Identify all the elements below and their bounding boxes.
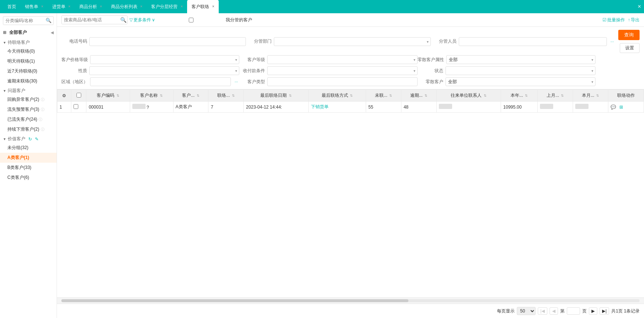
sidebar-item-churned[interactable]: 已流失客户(24) ⓘ: [0, 114, 57, 124]
batch-op-btn[interactable]: ☑ 批量操作: [602, 17, 625, 23]
payment-select[interactable]: [267, 66, 417, 75]
nav-customer-contact[interactable]: 客户联络 ×: [187, 0, 219, 13]
action-chat-icon[interactable]: 💬: [611, 105, 616, 110]
sort-contact-icon[interactable]: ⇅: [232, 94, 235, 98]
cell-not-contact: 55: [366, 102, 401, 113]
main-layout: 🔍 ⊞ 全部客户 ◀ ▼ 待联络客户 今天待联络(0) 明天待联络(1) 近7天…: [0, 13, 644, 318]
customer-level-select[interactable]: [267, 55, 417, 64]
refresh-icon[interactable]: ↻: [28, 137, 32, 142]
col-gear[interactable]: ⚙: [57, 90, 71, 102]
group-pending-contact[interactable]: ▼ 待联络客户: [0, 38, 57, 46]
close-sales-icon[interactable]: ×: [41, 0, 43, 13]
retail-select[interactable]: 全部: [446, 77, 595, 86]
col-last-method: 最后联络方式 ⇅: [308, 90, 366, 102]
sort-last-month-icon[interactable]: ⇅: [561, 94, 564, 98]
action-qr-icon[interactable]: ⊞: [619, 105, 623, 110]
sidebar-item-today[interactable]: 今天待联络(0): [0, 46, 57, 56]
customer-type-input[interactable]: [267, 77, 417, 86]
price-level-select[interactable]: [90, 55, 239, 64]
sidebar-item-class-a[interactable]: A类客户(1): [0, 153, 57, 163]
region-input[interactable]: [90, 77, 231, 86]
sidebar-search-icon[interactable]: 🔍: [46, 18, 51, 23]
sidebar-all-customers[interactable]: ⊞ 全部客户 ◀: [0, 27, 57, 38]
toolbar-search-icon[interactable]: 🔍: [120, 17, 126, 23]
search-input[interactable]: [61, 15, 128, 24]
sort-contact2-icon[interactable]: ⇅: [484, 94, 487, 98]
row-checkbox[interactable]: [74, 104, 78, 109]
query-button[interactable]: 查询: [618, 30, 640, 40]
prev-page-btn[interactable]: ◀: [550, 307, 558, 315]
sidebar-item-class-b[interactable]: B类客户(33): [0, 163, 57, 173]
next-page-btn[interactable]: ▶: [589, 307, 597, 315]
retail-attr-select[interactable]: 全部: [446, 55, 595, 64]
sort-overdue-icon[interactable]: ⇅: [425, 94, 427, 98]
sidebar-item-declining[interactable]: 持续下滑客户(2) ⓘ: [0, 124, 57, 134]
manager-more-btn[interactable]: ···: [609, 39, 615, 44]
my-customer-filter[interactable]: 我分管的客户: [158, 17, 252, 23]
col-checkbox: [71, 90, 86, 102]
sort-code-icon[interactable]: ⇅: [117, 94, 119, 98]
customer-type-label: 客户类型: [239, 79, 265, 85]
close-purchase-icon[interactable]: ×: [68, 0, 71, 13]
edit-icon[interactable]: ✎: [35, 137, 39, 142]
window-close-icon[interactable]: ×: [638, 3, 641, 10]
sort-method-icon[interactable]: ⇅: [350, 94, 353, 98]
sidebar-item-7days[interactable]: 近7天待联络(0): [0, 66, 57, 76]
scrollbar-track[interactable]: [61, 299, 640, 302]
page-input[interactable]: 1: [567, 307, 580, 315]
first-page-btn[interactable]: |◀: [538, 307, 547, 315]
nature-label: 性质: [61, 68, 87, 74]
sidebar-item-overdue[interactable]: 逾期未联络(30): [0, 76, 57, 86]
select-all-checkbox[interactable]: [76, 93, 81, 98]
nature-select[interactable]: [89, 66, 239, 75]
sidebar-item-churn-warning[interactable]: 流失预警客户(3) ⓘ: [0, 105, 57, 114]
cell-overdue: 48: [401, 102, 436, 113]
filter-cell-status: 状态 ▾: [418, 66, 595, 75]
region-more-btn[interactable]: ···: [233, 80, 239, 84]
filter-row-2: 客户价格等级 ▾ 客户等级 ▾ 零散客户属性 全部: [61, 55, 640, 64]
per-page-select[interactable]: 50 100 200: [517, 307, 536, 315]
manager-input[interactable]: [459, 37, 607, 46]
filter-cell-manager: 分管人员 ···: [431, 37, 615, 46]
sidebar-item-class-c[interactable]: C类客户(6): [0, 173, 57, 183]
pagination: 每页显示 50 100 200 |◀ ◀ 第 1 页 ▶ ▶| 共1页 1条记录: [57, 304, 644, 318]
close-analysis-icon[interactable]: ×: [100, 0, 102, 13]
dept-select[interactable]: [274, 37, 430, 46]
filter-row-3: 性质 ▾ 收付款条件 ▾ 状态: [61, 66, 640, 75]
table-header-row: ⚙ 客户编码 ⇅ 客户名称 ⇅ 客户... ⇅: [57, 90, 644, 102]
sort-not-contact-icon[interactable]: ⇅: [389, 94, 392, 98]
scrollbar-thumb[interactable]: [61, 299, 408, 302]
nav-analysis[interactable]: 商品分析 ×: [75, 0, 107, 13]
triangle-icon2: ▼: [3, 89, 6, 93]
col-type: 客户... ⇅: [173, 90, 208, 102]
sort-this-year-icon[interactable]: ⇅: [525, 94, 528, 98]
export-btn[interactable]: ↑ 导出: [628, 17, 640, 23]
close-customer-tier-icon[interactable]: ×: [180, 0, 183, 13]
sort-this-month-icon[interactable]: ⇅: [596, 94, 599, 98]
col-overdue: 逾期... ⇅: [401, 90, 436, 102]
nav-analysis-list[interactable]: 商品分析列表 ×: [107, 0, 147, 13]
nav-home[interactable]: 首页: [3, 0, 21, 13]
my-customer-checkbox[interactable]: [158, 18, 224, 22]
collapse-icon[interactable]: ◀: [51, 31, 54, 35]
sort-name-icon[interactable]: ⇅: [160, 94, 163, 98]
group-value-customers[interactable]: ▼ 价值客户 ↻ ✎: [0, 134, 57, 143]
setting-button[interactable]: 设置: [620, 43, 640, 53]
nav-customer-tier[interactable]: 客户分层经营 ×: [147, 0, 187, 13]
filter-more-btn[interactable]: ▽ 更多条件 ∨: [129, 17, 155, 23]
phone-input[interactable]: [89, 37, 246, 46]
sidebar-item-repurchase-abnormal[interactable]: 回购异常客户(2) ⓘ: [0, 95, 57, 105]
nav-purchase[interactable]: 进货单 ×: [48, 0, 75, 13]
nav-sales[interactable]: 销售单 ×: [21, 0, 48, 13]
sidebar-item-tomorrow[interactable]: 明天待联络(1): [0, 56, 57, 66]
sidebar-item-unclassified[interactable]: 未分组(32): [0, 143, 57, 153]
sort-date-icon[interactable]: ⇅: [289, 94, 292, 98]
last-method-link[interactable]: 下销货单: [311, 104, 329, 109]
close-analysis-list-icon[interactable]: ×: [140, 0, 143, 13]
top-nav: 首页 销售单 × 进货单 × 商品分析 × 商品分析列表 × 客户分层经营 × …: [0, 0, 644, 13]
sort-type-icon[interactable]: ⇅: [197, 94, 200, 98]
last-page-btn[interactable]: ▶|: [600, 307, 609, 315]
close-customer-contact-icon[interactable]: ×: [212, 0, 214, 13]
status-select[interactable]: [446, 66, 595, 75]
group-problem-customers[interactable]: ▼ 问题客户: [0, 86, 57, 95]
